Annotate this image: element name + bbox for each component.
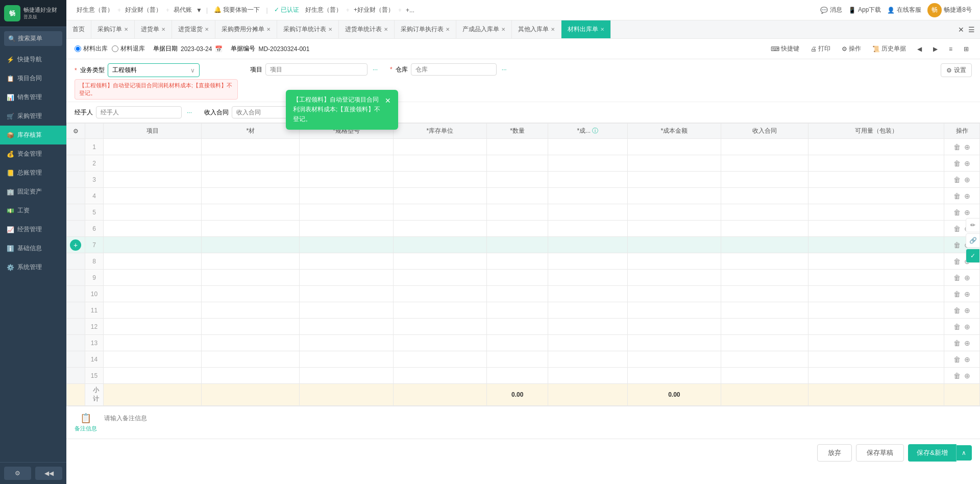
tab-close-purchase-stat[interactable]: ✕ bbox=[328, 27, 332, 32]
cell-unit-14[interactable] bbox=[393, 351, 486, 368]
cell-unit-8[interactable] bbox=[393, 253, 486, 270]
active-project-input[interactable] bbox=[137, 241, 168, 249]
prev-record-button[interactable]: ◀ bbox=[914, 44, 925, 54]
cell-unit-15[interactable] bbox=[393, 368, 486, 384]
cell-cost-amount-4[interactable] bbox=[627, 188, 721, 204]
print-button[interactable]: 🖨 打印 bbox=[807, 43, 834, 55]
cell-cost-amount-13[interactable] bbox=[627, 335, 721, 351]
copy-icon-2[interactable]: ⊕ bbox=[964, 159, 970, 167]
tab-close-product-in[interactable]: ✕ bbox=[501, 27, 505, 32]
cell-qty-3[interactable] bbox=[487, 172, 548, 188]
cell-income-contract-8[interactable] bbox=[721, 253, 808, 270]
cell-material-2[interactable] bbox=[202, 155, 300, 172]
topbar-link-haoshengyi[interactable]: 好生意（普） bbox=[75, 5, 115, 15]
cell-cost-amount-12[interactable] bbox=[627, 319, 721, 335]
sidebar-item-purchase[interactable]: 🛒 采购管理 bbox=[0, 107, 66, 126]
delete-icon-9[interactable]: 🗑 bbox=[953, 274, 961, 282]
cell-project-13[interactable] bbox=[104, 335, 202, 351]
app-download-button[interactable]: 📱 App下载 bbox=[848, 6, 881, 14]
handler-input[interactable] bbox=[96, 106, 182, 118]
collapse-button[interactable]: ◀◀ bbox=[35, 467, 62, 480]
copy-icon-9[interactable]: ⊕ bbox=[964, 274, 970, 282]
tooltip-close-button[interactable]: ✕ bbox=[385, 95, 391, 106]
cell-qty-14[interactable] bbox=[487, 351, 548, 368]
cell-available-14[interactable] bbox=[808, 351, 944, 368]
delete-icon-5[interactable]: 🗑 bbox=[953, 208, 961, 216]
cell-project-1[interactable] bbox=[104, 139, 202, 155]
grid-view-button[interactable]: ⊞ bbox=[961, 44, 972, 54]
tab-purchase-order[interactable]: 采购订单 ✕ bbox=[91, 20, 135, 39]
tab-close-purchase-exec[interactable]: ✕ bbox=[446, 27, 450, 32]
copy-icon-4[interactable]: ⊕ bbox=[964, 192, 970, 200]
cell-cost-5[interactable] bbox=[548, 204, 627, 221]
tab-purchase-exec[interactable]: 采购订单执行表 ✕ bbox=[395, 20, 456, 39]
sidebar-item-fixed-assets[interactable]: 🏢 固定资产 bbox=[0, 182, 66, 201]
cell-material-3[interactable] bbox=[202, 172, 300, 188]
topbar-link-haoyecai2[interactable]: +好业财（普） bbox=[352, 5, 396, 15]
sidebar-item-sales[interactable]: 📊 销售管理 bbox=[0, 88, 66, 107]
tab-close-goods-return[interactable]: ✕ bbox=[205, 27, 209, 32]
save-draft-button[interactable]: 保存草稿 bbox=[856, 444, 904, 462]
cell-project-11[interactable] bbox=[104, 302, 202, 319]
user-menu[interactable]: 畅 畅捷通8号 bbox=[927, 3, 972, 17]
cell-spec-9[interactable] bbox=[300, 270, 393, 286]
cell-material-10[interactable] bbox=[202, 286, 300, 302]
copy-icon-3[interactable]: ⊕ bbox=[964, 176, 970, 184]
discard-button[interactable]: 放弃 bbox=[817, 444, 852, 462]
cell-cost-7[interactable] bbox=[548, 237, 627, 253]
delete-icon-1[interactable]: 🗑 bbox=[953, 143, 961, 151]
cell-cost-15[interactable] bbox=[548, 368, 627, 384]
cell-unit-10[interactable] bbox=[393, 286, 486, 302]
save-new-arrow-button[interactable]: ∧ bbox=[957, 445, 972, 461]
cell-qty-6[interactable] bbox=[487, 221, 548, 237]
cell-qty-15[interactable] bbox=[487, 368, 548, 384]
sidebar-item-inventory[interactable]: 📦 库存核算 bbox=[0, 126, 66, 144]
sidebar-item-ops[interactable]: 📈 经营管理 bbox=[0, 220, 66, 239]
cell-unit-12[interactable] bbox=[393, 319, 486, 335]
cell-cost-amount-14[interactable] bbox=[627, 351, 721, 368]
copy-icon-10[interactable]: ⊕ bbox=[964, 290, 970, 298]
cell-unit-4[interactable] bbox=[393, 188, 486, 204]
material-out-radio-label[interactable]: 材料出库 bbox=[75, 44, 108, 53]
cell-cost-amount-2[interactable] bbox=[627, 155, 721, 172]
cell-material-11[interactable] bbox=[202, 302, 300, 319]
cell-income-contract-3[interactable] bbox=[721, 172, 808, 188]
topbar-link-certified[interactable]: ✓ 已认证 bbox=[272, 5, 301, 15]
cell-available-6[interactable] bbox=[808, 221, 944, 237]
cell-unit-11[interactable] bbox=[393, 302, 486, 319]
add-row-button[interactable]: + bbox=[70, 239, 81, 251]
tab-home[interactable]: 首页 bbox=[66, 20, 91, 39]
cell-spec-14[interactable] bbox=[300, 351, 393, 368]
tab-purchase-expense[interactable]: 采购费用分摊单 ✕ bbox=[215, 20, 277, 39]
active-material-input[interactable] bbox=[235, 241, 266, 249]
cell-income-contract-6[interactable] bbox=[721, 221, 808, 237]
cell-material-12[interactable] bbox=[202, 319, 300, 335]
cell-available-13[interactable] bbox=[808, 335, 944, 351]
cell-unit-5[interactable] bbox=[393, 204, 486, 221]
cell-qty-13[interactable] bbox=[487, 335, 548, 351]
tab-goods-in[interactable]: 进货单 ✕ bbox=[135, 20, 172, 39]
cell-cost-14[interactable] bbox=[548, 351, 627, 368]
sidebar-item-payroll[interactable]: 💵 工资 bbox=[0, 201, 66, 220]
business-type-select[interactable]: 工程领料 ∨ bbox=[108, 63, 200, 77]
cell-project-3[interactable] bbox=[104, 172, 202, 188]
cell-project-12[interactable] bbox=[104, 319, 202, 335]
cell-available-2[interactable] bbox=[808, 155, 944, 172]
tab-close-material-out[interactable]: ✕ bbox=[600, 27, 604, 32]
cell-material-14[interactable] bbox=[202, 351, 300, 368]
search-menu-button[interactable]: 🔍 搜索菜单 bbox=[4, 31, 62, 46]
cell-income-contract-13[interactable] bbox=[721, 335, 808, 351]
delete-icon-7[interactable]: 🗑 bbox=[953, 241, 961, 249]
cell-project-14[interactable] bbox=[104, 351, 202, 368]
cell-income-contract-7[interactable] bbox=[721, 237, 808, 253]
cell-spec-15[interactable] bbox=[300, 368, 393, 384]
tab-material-out[interactable]: 材料出库单 ✕ bbox=[561, 20, 611, 39]
material-return-radio-label[interactable]: 材料退库 bbox=[112, 44, 145, 53]
cell-qty-2[interactable] bbox=[487, 155, 548, 172]
tab-close-purchase-expense[interactable]: ✕ bbox=[266, 27, 271, 32]
calendar-icon[interactable]: 📅 bbox=[215, 45, 223, 53]
tab-goods-stat[interactable]: 进货单统计表 ✕ bbox=[339, 20, 395, 39]
cell-project-7[interactable] bbox=[104, 237, 202, 253]
topbar-link-haoyecai[interactable]: 好业财（普） bbox=[123, 5, 164, 15]
cell-project-6[interactable] bbox=[104, 221, 202, 237]
